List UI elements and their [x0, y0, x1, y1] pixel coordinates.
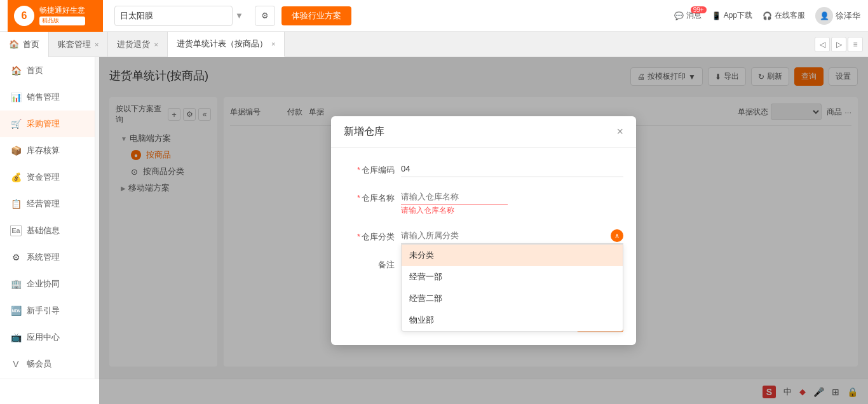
- tab-next-button[interactable]: ▷: [831, 37, 846, 52]
- finance-nav-icon: 💰: [10, 172, 22, 183]
- selector-area: ▼: [109, 6, 248, 26]
- avatar: 👤: [815, 7, 833, 25]
- user-area[interactable]: 👤 徐泽华: [815, 7, 860, 25]
- tab-close-return[interactable]: ×: [154, 41, 158, 48]
- sidebar: 🏠 首页 📊 销售管理 🛒 采购管理 📦 库存核算 💰 资金管理 📋 经营管理 …: [0, 57, 95, 404]
- inventory-nav-icon: 📦: [10, 145, 22, 156]
- app-label: App下载: [724, 10, 752, 21]
- sidebar-item-purchase[interactable]: 🛒 采购管理: [0, 111, 95, 137]
- notification-item[interactable]: 💬 消息 99+: [674, 10, 702, 21]
- sidebar-item-sales[interactable]: 📊 销售管理: [0, 84, 95, 111]
- app-download-item[interactable]: 📱 App下载: [712, 10, 752, 21]
- name-input[interactable]: [401, 189, 508, 205]
- main-layout: 🏠 首页 📊 销售管理 🛒 采购管理 📦 库存核算 💰 资金管理 📋 经营管理 …: [0, 57, 868, 404]
- tab-prev-button[interactable]: ◁: [815, 37, 830, 52]
- system-nav-icon: ⚙: [10, 252, 22, 263]
- tab-purchase-return[interactable]: 进货退货 ×: [108, 32, 167, 57]
- dropdown-toggle-button[interactable]: ∧: [611, 229, 623, 242]
- store-selector[interactable]: [114, 6, 233, 26]
- customer-service-item[interactable]: 🎧 在线客服: [763, 10, 805, 21]
- logo-text: 畅捷通好生意 精品版: [39, 6, 85, 25]
- home-nav-icon: 🏠: [10, 65, 22, 76]
- logo-area: 6 畅捷通好生意 精品版: [8, 0, 103, 32]
- sales-nav-icon: 📊: [10, 91, 22, 103]
- name-input-wrap: [401, 189, 623, 205]
- operation-nav-icon: 📋: [10, 198, 22, 210]
- sidebar-item-enterprise[interactable]: 🏢 企业协同: [0, 271, 95, 297]
- dialog-header: 新增仓库 ×: [331, 116, 636, 148]
- notes-label: 备注: [344, 255, 401, 271]
- username: 徐泽华: [836, 10, 860, 22]
- gear-button[interactable]: ⚙: [255, 6, 275, 26]
- service-label: 在线客服: [775, 10, 805, 21]
- form-row-name: 仓库名称 请输入仓库名称: [344, 189, 623, 216]
- category-dropdown: ∧ 未分类 经营一部 经营二部 物业部: [401, 227, 623, 244]
- dropdown-option-2[interactable]: 经营二部: [402, 288, 623, 309]
- sidebar-item-inventory[interactable]: 📦 库存核算: [0, 137, 95, 164]
- dropdown-option-3[interactable]: 物业部: [402, 309, 623, 331]
- notification-badge: 99+: [691, 6, 707, 13]
- selector-arrow-icon[interactable]: ▼: [235, 11, 243, 20]
- sidebar-item-finance[interactable]: 💰 资金管理: [0, 164, 95, 191]
- sidebar-item-apps[interactable]: 📺 应用中心: [0, 324, 95, 351]
- content-area: 进货单统计(按商品) 🖨 按模板打印 ▼ ⬇ 导出 ↻ 刷新 查询: [99, 57, 868, 404]
- dropdown-option-0[interactable]: 未分类: [402, 245, 623, 266]
- dialog-overlay: 新增仓库 × 仓库编码 仓库名称: [99, 57, 868, 404]
- sidebar-item-operation[interactable]: 📋 经营管理: [0, 191, 95, 217]
- headset-icon: 🎧: [763, 11, 772, 20]
- home-icon: 🏠: [9, 39, 19, 49]
- sidebar-item-member[interactable]: V 畅会员: [0, 351, 95, 377]
- dialog-body: 仓库编码 仓库名称 请输入仓库名称: [331, 148, 636, 306]
- tab-close-accounts[interactable]: ×: [95, 41, 98, 48]
- sidebar-item-system[interactable]: ⚙ 系统管理: [0, 244, 95, 271]
- form-row-category: 仓库分类 ∧ 未分类 经营一部 经营二部 物业部: [344, 227, 623, 244]
- new-warehouse-dialog: 新增仓库 × 仓库编码 仓库名称: [331, 116, 636, 345]
- code-label: 仓库编码: [344, 161, 401, 176]
- tab-bar: 🏠 首页 账套管理 × 进货退货 × 进货单统计表（按商品） × ◁ ▷ ≡: [0, 32, 868, 57]
- dialog-close-button[interactable]: ×: [616, 125, 623, 138]
- tab-close-stats[interactable]: ×: [271, 40, 275, 48]
- name-error-msg: 请输入仓库名称: [401, 206, 454, 215]
- logo-icon: 6: [14, 6, 34, 26]
- form-row-code: 仓库编码: [344, 161, 623, 177]
- basic-nav-icon: Ea: [10, 225, 22, 236]
- member-nav-icon: V: [10, 358, 22, 370]
- top-bar: 6 畅捷通好生意 精品版 ▼ ⚙ 体验行业方案 💬 消息 99+ 📱 App下载…: [0, 0, 868, 32]
- purchase-nav-icon: 🛒: [10, 118, 22, 130]
- tab-accounts[interactable]: 账套管理 ×: [49, 32, 108, 57]
- apps-nav-icon: 📺: [10, 332, 22, 343]
- app-icon: 📱: [712, 11, 721, 20]
- tab-menu-button[interactable]: ≡: [848, 37, 863, 52]
- dialog-title: 新增仓库: [344, 125, 384, 138]
- enterprise-nav-icon: 🏢: [10, 278, 22, 290]
- name-label: 仓库名称: [344, 189, 401, 205]
- trial-button[interactable]: 体验行业方案: [281, 6, 351, 25]
- sidebar-item-home[interactable]: 🏠 首页: [0, 57, 95, 84]
- category-label: 仓库分类: [344, 227, 401, 243]
- tab-actions: ◁ ▷ ≡: [810, 37, 868, 52]
- top-right-area: 💬 消息 99+ 📱 App下载 🎧 在线客服 👤 徐泽华: [674, 7, 860, 25]
- newbie-nav-icon: 🆕: [10, 305, 22, 316]
- message-icon: 💬: [674, 11, 684, 20]
- tab-home[interactable]: 🏠 首页: [0, 32, 49, 57]
- code-input[interactable]: [401, 161, 623, 177]
- dropdown-option-1[interactable]: 经营一部: [402, 266, 623, 288]
- dropdown-list: 未分类 经营一部 经营二部 物业部: [401, 244, 623, 332]
- category-input[interactable]: [401, 227, 623, 244]
- sidebar-item-newbie[interactable]: 🆕 新手引导: [0, 297, 95, 324]
- tab-purchase-stats[interactable]: 进货单统计表（按商品） ×: [168, 32, 285, 57]
- sidebar-item-basic[interactable]: Ea 基础信息: [0, 217, 95, 244]
